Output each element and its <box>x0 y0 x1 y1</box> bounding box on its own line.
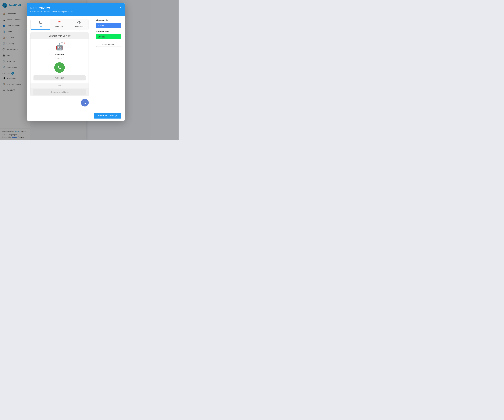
request-callback-button[interactable]: Request a call back <box>33 89 86 95</box>
theme-color-label: Theme Color <box>96 19 121 22</box>
avatar-icons: 👁 ❓ <box>61 42 66 44</box>
agent-tag: justcall <box>55 57 64 60</box>
reset-colors-button[interactable]: Reset all colors <box>96 42 121 47</box>
call-button[interactable] <box>54 62 65 73</box>
tab-appointment[interactable]: 📅 Appointment <box>50 19 69 30</box>
eye-icon: 👁 <box>61 42 63 44</box>
tab-call[interactable]: 📞 Call <box>30 19 50 30</box>
call-now-button[interactable]: Call Now <box>34 75 86 80</box>
call-tab-label: Call <box>39 25 42 28</box>
appointment-tab-icon: 📅 <box>51 21 68 24</box>
preview-content: 🤖 👁 ❓ William R. justcall Call Now <box>30 39 89 83</box>
or-divider: OR <box>30 83 89 88</box>
edit-preview-modal: Edit Preview Customise text and color ac… <box>27 3 125 121</box>
message-tab-icon: 💬 <box>71 21 87 24</box>
modal-right-panel: Theme Color Button Color Reset all color… <box>92 16 125 110</box>
agent-avatar-wrap: 🤖 👁 ❓ <box>55 42 64 52</box>
modal-title: Edit Preview <box>30 6 75 10</box>
message-tab-label: Message <box>75 25 83 28</box>
theme-color-input[interactable] <box>96 23 121 28</box>
button-color-label: Button Color <box>96 30 121 33</box>
button-color-input[interactable] <box>96 34 121 39</box>
modal-footer: Save Button Settings <box>27 110 125 121</box>
tab-message[interactable]: 💬 Message <box>69 19 89 30</box>
preview-tabs: 📞 Call 📅 Appointment 💬 Message <box>30 19 89 30</box>
modal-header: Edit Preview Customise text and color ac… <box>27 3 125 16</box>
save-button[interactable]: Save Button Settings <box>94 112 121 118</box>
agent-name: William R. <box>55 53 65 56</box>
modal-close-button[interactable]: × <box>120 6 121 9</box>
appointment-tab-label: Appointment <box>54 25 64 28</box>
question-icon: ❓ <box>63 42 66 44</box>
modal-subtitle: Customise text and color according to yo… <box>30 10 75 13</box>
floating-call-button[interactable] <box>81 99 89 106</box>
call-tab-icon: 📞 <box>32 21 48 24</box>
preview-header: Connect With Us Now <box>30 32 89 39</box>
preview-card: Connect With Us Now 🤖 👁 ❓ William R. jus… <box>30 32 89 96</box>
